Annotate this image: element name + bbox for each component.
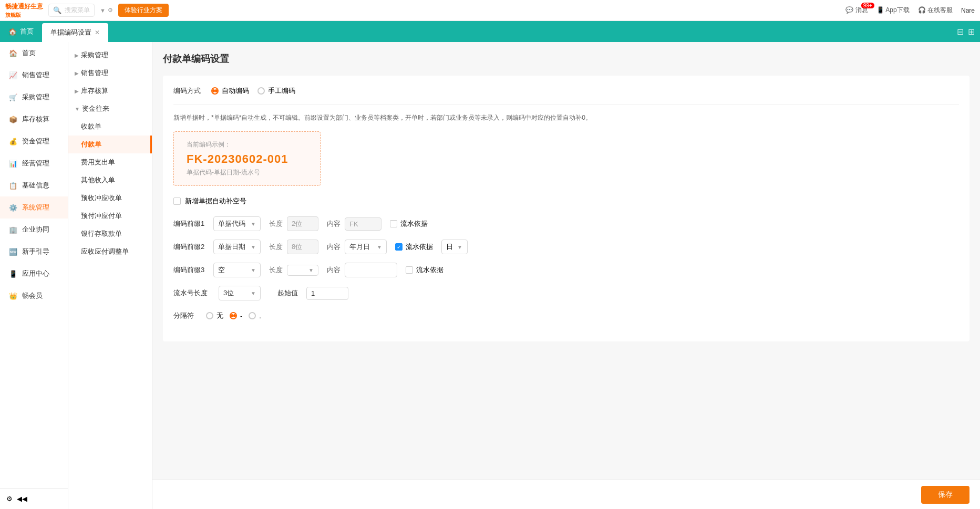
sidebar-item-appcenter[interactable]: 📱 应用中心: [0, 263, 68, 285]
sidebar-item-newguide[interactable]: 🆕 新手引导: [0, 241, 68, 263]
prefix1-select[interactable]: 单据代码 ▼: [213, 216, 261, 231]
prefix1-serial-checkbox[interactable]: [390, 220, 397, 227]
radio-manual[interactable]: 手工编码: [257, 86, 295, 96]
app-download[interactable]: 📱 App下载: [876, 6, 910, 15]
collapse-icon[interactable]: ◀◀: [17, 495, 27, 503]
preview-code: FK-20230602-001: [187, 152, 307, 166]
save-button[interactable]: 保存: [921, 486, 969, 504]
prefix2-length-input: 8位: [287, 240, 318, 254]
sidebar-item-ar-adjustment[interactable]: 应收应付调整单: [68, 243, 152, 261]
sidebar-item-other-income[interactable]: 其他收入单: [68, 171, 152, 189]
sidebar-item-advance-payable[interactable]: 预付冲应付单: [68, 207, 152, 225]
sep-none-label: 无: [216, 311, 223, 320]
sep-dash-label: -: [240, 312, 242, 320]
sidebar-item-advance-receivable[interactable]: 预收冲应收单: [68, 189, 152, 207]
topbar: 畅捷通好生意 旗舰版 🔍 搜索菜单 ▼ ⚙ 体验行业方案 💬 消息 99+ 📱 …: [0, 0, 980, 21]
group-cashflow-title[interactable]: ▼ 资金往来: [68, 100, 152, 118]
prefix2-day-select[interactable]: 日 ▼: [441, 240, 468, 254]
home-icon: 🏠: [8, 28, 17, 36]
sidebar-item-system[interactable]: ⚙️ 系统管理: [0, 196, 68, 219]
bottom-bar: 保存: [152, 480, 980, 509]
prefix2-serial-checkbox[interactable]: ✓: [395, 243, 403, 251]
serial-length-label: 流水号长度: [173, 288, 210, 298]
info-text: 新增单据时，*单据编码*自动生成，不可编辑。前缀设置为部门、业务员等档案类，开单…: [173, 113, 959, 123]
prefix2-content-select[interactable]: 年月日 ▼: [345, 240, 387, 254]
sidebar-item-payment[interactable]: 付款单: [68, 136, 152, 153]
start-value-label: 起始值: [277, 288, 298, 298]
dropdown-icon: ▼: [457, 244, 462, 250]
prefix3-select[interactable]: 空 ▼: [213, 263, 261, 277]
prefix1-length-input: 2位: [287, 216, 318, 231]
auto-fill-checkbox[interactable]: [173, 198, 181, 205]
message-icon: 💬: [845, 6, 853, 14]
prefix1-row: 编码前缀1 单据代码 ▼ 长度 2位 内容 FK: [173, 216, 959, 231]
sidebar-item-receipt[interactable]: 收款单: [68, 118, 152, 136]
message-area[interactable]: 💬 消息 99+: [845, 6, 868, 15]
phone-icon: 📱: [876, 6, 884, 14]
main-layout: 🏠 首页 📈 销售管理 🛒 采购管理 📦 库存核算 💰 资金管理 📊 经营管理 …: [0, 42, 980, 509]
prefix3-content-input[interactable]: [345, 263, 397, 277]
sep-none-radio[interactable]: 无: [206, 311, 223, 320]
preview-subtitle: 单据代码-单据日期-流水号: [187, 168, 307, 177]
separator-row: 分隔符 无 - .: [173, 311, 959, 320]
sep-dot-radio[interactable]: .: [249, 312, 261, 320]
group-cashflow: ▼ 资金往来 收款单 付款单 费用支出单 其他收入单 预收冲应收单 预付冲应付单…: [68, 100, 152, 261]
newguide-icon: 🆕: [8, 247, 18, 256]
sidebar-item-member[interactable]: 👑 畅会员: [0, 285, 68, 307]
encoding-method-row: 编码方式 自动编码 手工编码: [173, 86, 959, 105]
prefix3-length-select[interactable]: ▼: [287, 265, 318, 276]
topbar-right: 💬 消息 99+ 📱 App下载 🎧 在线客服 Nare: [845, 6, 975, 15]
sidebar-item-bank-deposit[interactable]: 银行存取款单: [68, 225, 152, 243]
group-purchase: ▶ 采购管理: [68, 46, 152, 64]
basic-icon: 📋: [8, 181, 18, 190]
tab-bar: 🏠 首页 单据编码设置 ✕ ⊟ ⊞: [0, 21, 980, 42]
sidebar-item-operations[interactable]: 📊 经营管理: [0, 152, 68, 174]
sidebar-item-sales[interactable]: 📈 销售管理: [0, 64, 68, 86]
prefix3-content-group: 内容: [327, 263, 397, 277]
tab-setting[interactable]: 单据编码设置 ✕: [42, 23, 108, 42]
sidebar-nav: 🏠 首页 📈 销售管理 🛒 采购管理 📦 库存核算 💰 资金管理 📊 经营管理 …: [0, 42, 68, 509]
sep-dash-radio[interactable]: -: [230, 312, 242, 320]
group-purchase-title[interactable]: ▶ 采购管理: [68, 46, 152, 64]
prefix3-serial-group: 流水依据: [406, 265, 443, 275]
sales-icon: 📈: [8, 70, 18, 80]
home-icon: 🏠: [8, 48, 18, 58]
search-area[interactable]: 🔍 搜索菜单: [48, 4, 95, 17]
prefix3-label: 编码前缀3: [173, 265, 205, 275]
finance-icon: 💰: [8, 137, 18, 146]
sidebar-item-enterprise[interactable]: 🏢 企业协同: [0, 219, 68, 241]
sep-dash-circle: [230, 312, 237, 319]
serial-length-row: 流水号长度 3位 ▼ 起始值 1: [173, 286, 959, 300]
sidebar-item-basic[interactable]: 📋 基础信息: [0, 174, 68, 196]
user-name[interactable]: Nare: [961, 7, 975, 14]
sidebar-item-inventory[interactable]: 📦 库存核算: [0, 108, 68, 130]
sidebar-item-home[interactable]: 🏠 首页: [0, 42, 68, 64]
online-service[interactable]: 🎧 在线客服: [918, 6, 953, 15]
tab-close-icon[interactable]: ✕: [95, 29, 100, 36]
sidebar-item-expense[interactable]: 费用支出单: [68, 153, 152, 171]
group-inventory-title[interactable]: ▶ 库存核算: [68, 82, 152, 100]
group-inventory: ▶ 库存核算: [68, 82, 152, 100]
start-value-input[interactable]: 1: [306, 287, 348, 300]
minimize-icon[interactable]: ⊟: [957, 27, 964, 37]
sidebar-item-finance[interactable]: 💰 资金管理: [0, 130, 68, 152]
sep-dot-label: .: [259, 312, 261, 320]
secondary-sidebar: ▶ 采购管理 ▶ 销售管理 ▶ 库存核算 ▼ 资金往来: [68, 42, 152, 509]
settings-bottom-icon[interactable]: ⚙: [6, 495, 13, 503]
maximize-icon[interactable]: ⊞: [968, 27, 975, 37]
experience-btn[interactable]: 体验行业方案: [118, 4, 169, 17]
group-sales-title[interactable]: ▶ 销售管理: [68, 64, 152, 82]
radio-auto[interactable]: 自动编码: [211, 86, 249, 96]
prefix2-row: 编码前缀2 单据日期 ▼ 长度 8位 内容 年月日: [173, 240, 959, 254]
settings-panel: 编码方式 自动编码 手工编码: [163, 76, 969, 341]
settings-icon-area: ▼ ⚙: [100, 7, 113, 14]
page-title: 付款单编码设置: [163, 53, 969, 65]
tab-home[interactable]: 🏠 首页: [0, 21, 42, 42]
prefix3-serial-checkbox[interactable]: [406, 266, 413, 274]
dropdown-icon: ▼: [251, 244, 256, 250]
sidebar-item-purchase[interactable]: 🛒 采购管理: [0, 86, 68, 108]
search-icon: 🔍: [53, 6, 61, 14]
prefix2-length-group: 长度 8位: [269, 240, 318, 254]
serial-length-select[interactable]: 3位 ▼: [219, 286, 261, 300]
prefix2-select[interactable]: 单据日期 ▼: [213, 240, 261, 254]
